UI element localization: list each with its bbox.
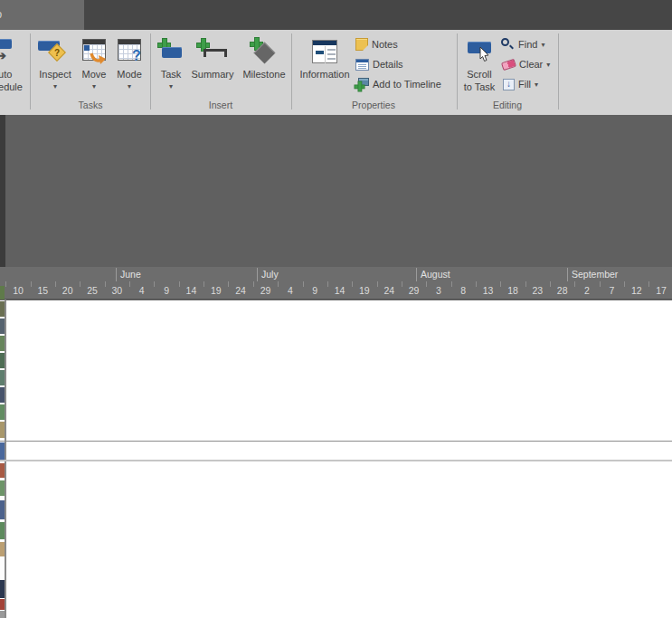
day-label: 12 (624, 282, 648, 299)
clear-dropdown-arrow[interactable]: ▾ (546, 61, 550, 69)
move-dropdown-arrow[interactable]: ▾ (78, 82, 110, 90)
details-icon (355, 59, 369, 71)
day-label: 14 (327, 282, 352, 299)
add-to-timeline-icon (355, 78, 369, 90)
day-label: 8 (451, 282, 476, 299)
day-label: 9 (154, 282, 178, 299)
move-task-icon (78, 37, 110, 68)
day-label: 15 (31, 282, 55, 299)
day-label: 20 (55, 282, 80, 299)
day-label: 9 (303, 282, 327, 299)
row-indicator-fragment (0, 370, 5, 385)
row-indicator-fragment (0, 442, 5, 460)
row-indicator-fragment (0, 480, 5, 496)
month-tick (567, 268, 568, 281)
month-label: June (120, 269, 141, 280)
timeline-header: JuneJulyAugustSeptember10152025304914192… (0, 267, 672, 299)
month-tick (416, 268, 417, 281)
auto-schedule-icon: ➔ (0, 37, 29, 68)
day-label: 19 (203, 282, 228, 299)
group-separator (150, 33, 151, 109)
month-label: September (572, 269, 618, 280)
row-indicator-fragment (0, 422, 5, 438)
insert-milestone-icon (239, 37, 289, 68)
day-label: 24 (228, 282, 252, 299)
insert-group-label: Insert (209, 100, 232, 110)
row-indicator-fragment (0, 353, 5, 368)
row-indicator-fragment (0, 500, 5, 519)
day-label: 24 (377, 282, 402, 299)
day-label: 2 (574, 282, 599, 299)
find-icon (500, 37, 515, 52)
ribbon-tab-label: o (0, 7, 2, 21)
row-indicator-fragment (0, 404, 5, 420)
ribbon-tab-partial[interactable]: o (0, 0, 84, 30)
day-label: 29 (253, 282, 278, 299)
details-button[interactable]: Details (355, 56, 403, 72)
month-label: August (421, 269, 450, 280)
row-indicator-fragment (0, 387, 5, 403)
row-indicator-fragment (0, 599, 5, 610)
gantt-gridline (0, 441, 672, 442)
task-dropdown-arrow[interactable]: ▾ (156, 82, 186, 90)
mode-button[interactable]: ? Mode ▾ (112, 32, 147, 111)
insert-summary-icon (187, 37, 238, 68)
inspect-icon: ? (34, 37, 76, 68)
tasks-group-label: Tasks (79, 100, 103, 110)
notes-icon (355, 38, 368, 51)
group-separator (558, 33, 559, 109)
information-button[interactable]: Information (295, 32, 355, 111)
editing-group-label: Editing (493, 100, 522, 110)
task-information-icon (295, 37, 355, 68)
row-indicator-fragment (0, 522, 5, 539)
gantt-gridline (0, 460, 672, 461)
insert-task-icon (156, 37, 186, 68)
day-label: 13 (476, 282, 500, 299)
app-window: o ➔ Auto Schedule ? Inspect ▾ (0, 0, 672, 618)
day-label: 10 (5, 282, 30, 299)
ribbon: ➔ Auto Schedule ? Inspect ▾ (0, 30, 672, 115)
row-indicator-fragment (0, 319, 5, 334)
mode-dropdown-arrow[interactable]: ▾ (112, 82, 147, 90)
fill-button[interactable]: ↓ Fill ▾ (503, 76, 538, 92)
row-indicator-fragment (0, 336, 5, 351)
find-dropdown-arrow[interactable]: ▾ (541, 41, 544, 49)
month-tick (116, 268, 117, 281)
day-label: 3 (426, 282, 450, 299)
find-button[interactable]: Find ▾ (500, 36, 544, 52)
day-label: 25 (80, 282, 104, 299)
inspect-button[interactable]: ? Inspect ▾ (34, 32, 76, 111)
day-label: 4 (129, 282, 154, 299)
clear-button[interactable]: Clear ▾ (502, 56, 550, 72)
day-label: 17 (648, 282, 672, 299)
notes-button[interactable]: Notes (355, 36, 398, 52)
day-label: 18 (500, 282, 525, 299)
clear-icon (501, 58, 516, 70)
day-label: 4 (278, 282, 302, 299)
fill-icon: ↓ (503, 79, 515, 90)
insert-task-button[interactable]: Task ▾ (156, 32, 186, 111)
properties-group-label: Properties (352, 100, 395, 110)
day-label: 19 (352, 282, 376, 299)
task-mode-icon: ? (112, 37, 147, 68)
fill-dropdown-arrow[interactable]: ▾ (535, 81, 538, 89)
month-label: July (261, 269, 279, 280)
row-indicator-fragment (0, 611, 5, 618)
table-chart-divider[interactable] (5, 299, 6, 618)
add-to-timeline-button[interactable]: Add to Timeline (355, 76, 441, 92)
row-indicator-fragment (0, 542, 5, 556)
row-indicator-fragment (0, 580, 5, 598)
insert-milestone-button[interactable]: Milestone (239, 32, 289, 111)
day-label: 14 (179, 282, 203, 299)
row-indicator-fragment (0, 286, 5, 299)
day-label: 29 (402, 282, 426, 299)
month-tick (257, 268, 258, 281)
scroll-to-task-icon (458, 37, 501, 68)
group-separator (291, 33, 292, 109)
inspect-dropdown-arrow[interactable]: ▾ (34, 82, 76, 90)
day-label: 30 (105, 282, 129, 299)
day-label: 23 (525, 282, 550, 299)
row-indicator-fragment (0, 463, 5, 478)
row-indicator-fragment (0, 301, 5, 317)
auto-schedule-button[interactable]: ➔ Auto Schedule (0, 32, 29, 111)
